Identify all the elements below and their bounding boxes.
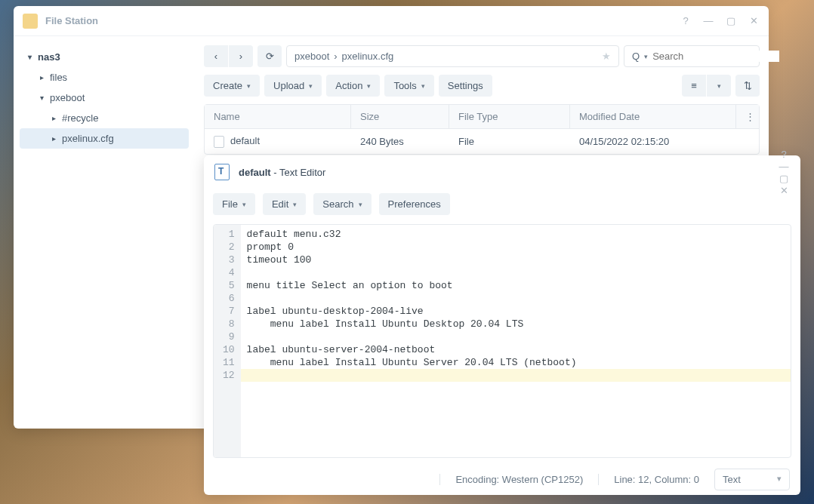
text-editor-titlebar: default - Text Editor ? — ▢ ✕ — [204, 155, 800, 189]
file-menu[interactable]: File▾ — [213, 193, 255, 215]
help-icon[interactable]: ? — [778, 148, 790, 160]
tree-item-pxelinux-cfg[interactable]: ▸ pxelinux.cfg — [20, 128, 189, 149]
tree-caret-icon: ▸ — [38, 73, 45, 81]
close-icon[interactable]: ✕ — [748, 15, 760, 27]
sort-button[interactable]: ⇅ — [735, 75, 760, 97]
tree-item-label: pxelinux.cfg — [62, 133, 114, 144]
code-line[interactable]: label ubuntu-desktop-2004-live — [247, 306, 424, 317]
tree-item-recycle[interactable]: ▸ #recycle — [20, 108, 189, 128]
chevron-down-icon[interactable]: ▾ — [644, 53, 648, 60]
text-editor-toolbar: File▾ Edit▾ Search▾ Preferences — [204, 189, 800, 220]
tree-item-label: #recycle — [62, 112, 98, 124]
search-menu[interactable]: Search▾ — [313, 193, 371, 215]
file-station-titlebar: File Station ? — ▢ ✕ — [14, 6, 769, 36]
line-number-gutter: 123456789101112 — [214, 225, 241, 457]
format-select[interactable]: Text — [714, 469, 790, 490]
tree-item-label: files — [50, 72, 67, 83]
code-content[interactable]: default menu.c32 prompt 0 timeout 100 me… — [241, 225, 791, 457]
tree-root[interactable]: ▾ nas3 — [20, 47, 189, 67]
tree-caret-icon: ▾ — [26, 53, 33, 61]
action-toolbar: Create▾ Upload▾ Action▾ Tools▾ Settings … — [204, 75, 760, 97]
tree-item-label: pxeboot — [50, 92, 85, 103]
col-more-icon[interactable]: ⋮ — [736, 105, 759, 128]
edit-menu[interactable]: Edit▾ — [263, 193, 306, 215]
encoding-status: Encoding: Western (CP1252) — [439, 474, 583, 485]
col-type[interactable]: File Type — [449, 105, 570, 128]
file-type: File — [449, 130, 570, 153]
status-bar: Encoding: Western (CP1252) Line: 12, Col… — [204, 463, 800, 496]
col-modified[interactable]: Modified Date — [570, 105, 736, 128]
forward-button[interactable]: › — [229, 45, 253, 67]
col-name[interactable]: Name — [205, 105, 351, 128]
text-editor-window: default - Text Editor ? — ▢ ✕ File▾ Edit… — [204, 155, 800, 495]
code-line[interactable] — [241, 369, 791, 382]
search-box[interactable]: Q▾ — [624, 45, 760, 67]
view-dropdown-button[interactable]: ▾ — [707, 75, 731, 97]
minimize-icon[interactable]: — — [778, 160, 790, 172]
refresh-button[interactable]: ⟳ — [257, 45, 282, 67]
folder-icon — [23, 14, 38, 29]
breadcrumb-part[interactable]: pxeboot — [294, 51, 329, 62]
tree-item-pxeboot[interactable]: ▾ pxeboot — [20, 88, 189, 108]
code-line[interactable]: menu title Select an option to boot — [247, 280, 453, 291]
upload-button[interactable]: Upload▾ — [264, 75, 322, 97]
tree-item-files[interactable]: ▸ files — [20, 67, 189, 88]
editor-area[interactable]: 123456789101112 default menu.c32 prompt … — [213, 224, 791, 458]
folder-tree: ▾ nas3 ▸ files ▾ pxeboot ▸ #recycle ▸ px… — [14, 36, 195, 429]
code-line[interactable]: timeout 100 — [247, 254, 312, 266]
table-header: Name Size File Type Modified Date ⋮ — [205, 105, 759, 129]
tree-root-label: nas3 — [38, 51, 60, 63]
tools-button[interactable]: Tools▾ — [384, 75, 433, 97]
search-input[interactable] — [652, 51, 779, 62]
file-modified: 04/15/2022 02:15:20 — [570, 130, 736, 153]
search-icon: Q — [632, 51, 640, 62]
code-line[interactable]: menu label Install Ubuntu Desktop 20.04 … — [247, 318, 524, 330]
tree-caret-icon: ▸ — [50, 134, 57, 143]
action-button[interactable]: Action▾ — [326, 75, 380, 97]
file-table: Name Size File Type Modified Date ⋮ defa… — [204, 104, 760, 155]
code-line[interactable]: default menu.c32 — [247, 229, 341, 240]
star-icon[interactable]: ★ — [602, 51, 611, 62]
code-line[interactable]: prompt 0 — [247, 241, 294, 253]
maximize-icon[interactable]: ▢ — [778, 172, 790, 184]
code-line[interactable]: label ubuntu-server-2004-netboot — [247, 344, 436, 355]
settings-button[interactable]: Settings — [439, 75, 492, 97]
back-button[interactable]: ‹ — [204, 45, 228, 67]
preferences-button[interactable]: Preferences — [379, 193, 450, 215]
breadcrumb-separator: › — [334, 51, 337, 62]
minimize-icon[interactable]: — — [702, 15, 714, 27]
breadcrumb[interactable]: pxeboot › pxelinux.cfg ★ — [286, 45, 619, 67]
file-size: 240 Bytes — [351, 130, 449, 153]
text-editor-icon — [214, 164, 230, 180]
table-row[interactable]: default 240 Bytes File 04/15/2022 02:15:… — [205, 129, 759, 154]
cursor-position: Line: 12, Column: 0 — [598, 474, 699, 485]
app-title: File Station — [45, 15, 680, 26]
tree-caret-icon: ▸ — [50, 114, 57, 122]
code-line[interactable]: menu label Install Ubuntu Server 20.04 L… — [247, 357, 577, 368]
nav-toolbar: ‹ › ⟳ pxeboot › pxelinux.cfg ★ Q▾ — [204, 45, 760, 67]
text-editor-title: default - Text Editor — [239, 167, 778, 178]
list-view-button[interactable]: ≡ — [682, 75, 706, 97]
file-icon — [214, 136, 224, 148]
breadcrumb-part[interactable]: pxelinux.cfg — [342, 51, 394, 62]
maximize-icon[interactable]: ▢ — [725, 15, 737, 27]
create-button[interactable]: Create▾ — [204, 75, 260, 97]
help-icon[interactable]: ? — [680, 15, 692, 27]
tree-caret-icon: ▾ — [38, 94, 45, 102]
close-icon[interactable]: ✕ — [778, 184, 790, 196]
col-size[interactable]: Size — [351, 105, 449, 128]
file-name: default — [230, 135, 260, 146]
